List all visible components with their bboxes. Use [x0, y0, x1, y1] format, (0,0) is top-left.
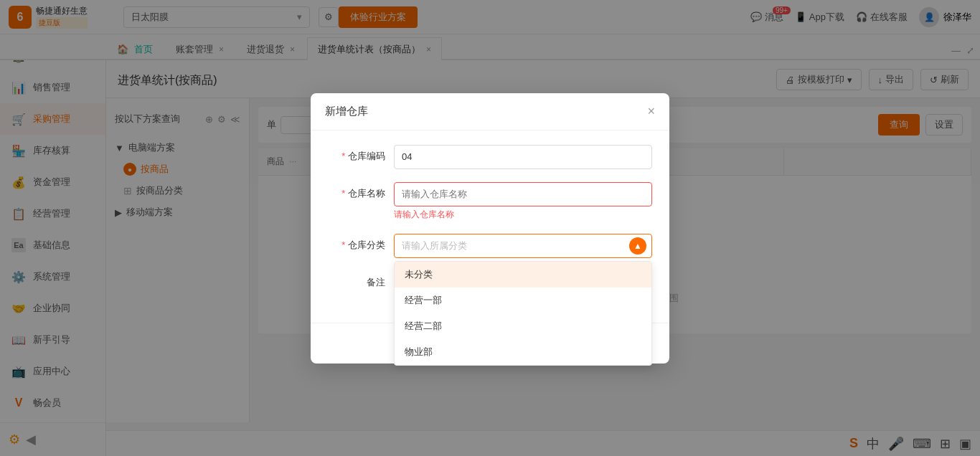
category-dropdown: 未分类 经营一部 经营二部 物业部	[394, 261, 652, 366]
modal-title: 新增仓库	[325, 105, 368, 118]
form-row-code: 仓库编码	[328, 145, 652, 169]
form-row-name: 仓库名称 请输入仓库名称	[328, 182, 652, 221]
form-row-category: 仓库分类 请输入所属分类 ▲ 未分类 经营一部 经营二部 物业部	[328, 234, 652, 258]
category-arrow-icon[interactable]: ▲	[629, 237, 646, 255]
code-control	[394, 145, 652, 169]
dropdown-item-dept2[interactable]: 经营二部	[395, 313, 651, 339]
add-warehouse-modal: 新增仓库 × 仓库编码 仓库名称 请输入仓库名称 仓库分类	[311, 93, 669, 364]
dropdown-item-dept1[interactable]: 经营一部	[395, 288, 651, 313]
name-control: 请输入仓库名称	[394, 182, 652, 221]
note-label: 备注	[328, 271, 385, 289]
modal-body: 仓库编码 仓库名称 请输入仓库名称 仓库分类 请输入所属分类	[311, 130, 669, 323]
name-error-message: 请输入仓库名称	[394, 209, 652, 221]
name-label: 仓库名称	[328, 182, 385, 200]
name-input[interactable]	[394, 182, 652, 206]
modal-overlay: 新增仓库 × 仓库编码 仓库名称 请输入仓库名称 仓库分类	[0, 0, 980, 456]
category-control: 请输入所属分类 ▲ 未分类 经营一部 经营二部 物业部	[394, 234, 652, 258]
code-label: 仓库编码	[328, 145, 385, 163]
code-input[interactable]	[394, 145, 652, 169]
modal-header: 新增仓库 ×	[311, 93, 669, 130]
modal-close-button[interactable]: ×	[647, 105, 655, 118]
dropdown-item-dept3[interactable]: 物业部	[395, 339, 651, 365]
category-label: 仓库分类	[328, 234, 385, 252]
category-input[interactable]: 请输入所属分类	[394, 234, 652, 258]
dropdown-item-uncategorized[interactable]: 未分类	[395, 262, 651, 288]
